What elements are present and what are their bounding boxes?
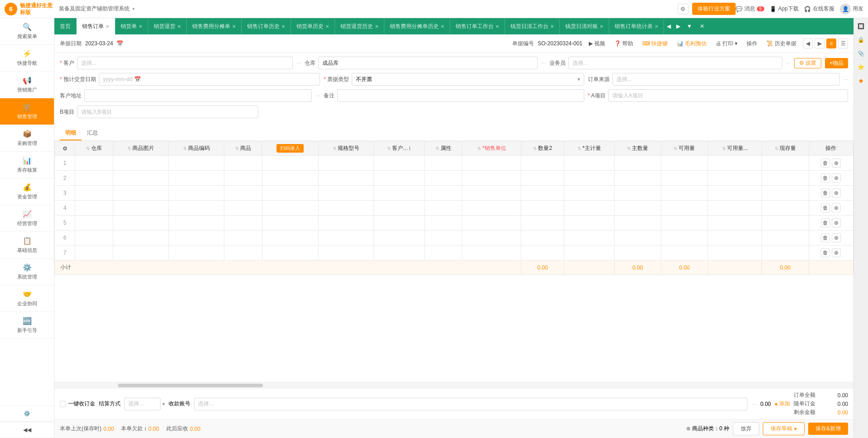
rs-icon-1[interactable]: 🔲 [855,20,868,33]
tab-sales-history-close[interactable]: ✕ [281,24,285,29]
message-item[interactable]: 💬 消息 9 [736,5,764,13]
calendar-icon[interactable]: 📅 [116,37,501,50]
help-btn[interactable]: ❓ 帮助 [611,39,636,48]
sidebar-item-sales[interactable]: 🛒 销售管理 [0,98,54,125]
a-project-input[interactable]: 请输入A项目 [608,89,848,102]
grid-normal-btn[interactable]: ☰ [838,39,848,48]
sidebar-item-finance[interactable]: 💰 资金管理 [0,178,54,205]
salesperson-input[interactable]: 选择... [568,57,782,69]
tab-home[interactable]: 首页 [54,18,77,34]
sidebar-item-operations[interactable]: 📈 经营管理 [0,205,54,232]
operation-btn[interactable]: 操作 [744,39,760,48]
row-copy-btn[interactable]: ⊕ [832,173,841,183]
row-delete-btn[interactable]: 🗑 [821,218,830,227]
view-btn[interactable]: ▶ 视频 [586,39,608,48]
solution-button[interactable]: 体验行业方案 [692,3,736,15]
th-spec[interactable]: ⇅规格型号 [318,141,374,156]
th-image[interactable]: ⇅商品图片 [113,141,169,156]
add-product-btn[interactable]: +物品 [825,58,848,68]
sidebar-settings-btn[interactable]: ⚙️ [0,405,54,422]
sidebar-item-purchase[interactable]: 📦 采购管理 [0,125,54,152]
history-btn[interactable]: 📜 历史单据 [764,39,799,48]
th-attribute[interactable]: ⇅属性 [424,141,462,156]
delivery-input[interactable]: yyyy-mm-dd 📅 [99,73,320,86]
save-draft-button[interactable]: 保存草稿 ▾ [763,422,805,435]
tab-sales-history[interactable]: 销售订单历史 ✕ [242,18,291,34]
sidebar-item-marketing[interactable]: 📢 营销推广 [0,72,54,98]
account-more-btn[interactable]: ··· [752,401,756,407]
tab-expense-hist-close[interactable]: ✕ [441,24,444,29]
tab-sales-return-hist[interactable]: 销货单历史 ✕ [291,18,335,34]
row-delete-btn[interactable]: 🗑 [821,233,830,242]
th-customer-code[interactable]: ⇅客户...ℹ [374,141,424,156]
settings-btn[interactable]: ⚙ 设置 [794,58,821,68]
th-available[interactable]: ⇅可用量 [661,141,708,156]
shortcut-btn[interactable]: ⌨ 快捷键 [640,39,670,48]
scan-btn[interactable]: 扫码录入 [276,144,304,153]
date-value[interactable]: 2023-03-24 [85,40,113,47]
tab-return-goods[interactable]: 销货退货 ✕ [148,18,187,34]
tab-close-all-btn[interactable]: ✕ [696,20,708,33]
grid-compact-btn[interactable]: ≡ [826,39,836,48]
row-delete-btn[interactable]: 🗑 [821,173,830,183]
sidebar-item-basic[interactable]: 📋 基础信息 [0,232,54,259]
tab-sales-order-close[interactable]: ✕ [106,24,109,29]
warehouse-more-btn[interactable]: ··· [541,60,546,66]
sidebar-collapse-btn[interactable]: ◀◀ [0,422,54,438]
row-delete-btn[interactable]: 🗑 [821,188,830,197]
th-code[interactable]: ⇅商品编码 [169,141,224,156]
th-qty2[interactable]: ⇅数量2 [521,141,564,156]
order-source-input[interactable]: 选择... [612,73,840,86]
sidebar-item-quicknav[interactable]: ⚡ 快捷导航 [0,45,54,72]
tab-sales-return-hist-close[interactable]: ✕ [325,24,329,29]
th-product[interactable]: ⇅商品 [224,141,262,156]
tab-cash-daily[interactable]: 钱货日清工作台 ✕ [505,18,560,34]
tab-expense-hist[interactable]: 销售费用分摊单历史 ✕ [384,18,450,34]
row-copy-btn[interactable]: ⊕ [832,218,841,227]
th-main-unit[interactable]: ⇅*主计量 [564,141,615,156]
tab-sales-expense[interactable]: 销售费用分摊单 ✕ [187,18,242,34]
row-copy-btn[interactable]: ⊕ [832,203,841,212]
tab-menu-btn[interactable]: ▼ [683,20,696,33]
th-stock[interactable]: ⇅现存量 [762,141,809,156]
sidebar-item-collab[interactable]: 🤝 企业协同 [0,285,54,312]
sidebar-item-system[interactable]: ⚙️ 系统管理 [0,259,54,285]
th-warehouse[interactable]: ⇅仓库 [75,141,113,156]
address-more-btn[interactable]: ··· [315,92,320,99]
rs-icon-4[interactable]: ⭐ [855,61,868,73]
sidebar-item-inventory[interactable]: 📊 库存核算 [0,152,54,178]
invoice-select[interactable]: 不开票 ▾ [352,73,584,86]
scroll-thumb[interactable] [118,384,263,387]
note-input[interactable] [337,89,584,102]
order-source-more-btn[interactable]: ··· [844,76,848,82]
rs-icon-3[interactable]: 📎 [855,47,868,60]
rs-icon-5[interactable]: ◆ [855,74,868,87]
subtab-detail[interactable]: 明细 [60,127,82,140]
online-service-item[interactable]: 🎧 在线客服 [804,5,834,13]
b-project-input[interactable]: 请输入B项目 [77,106,258,118]
tab-sales-return[interactable]: 销货单 ✕ [115,18,148,34]
tab-next-btn[interactable]: ▶ [674,23,683,29]
app-download-item[interactable]: 📱 App下载 [770,5,799,13]
tab-prev-btn[interactable]: ◀ [664,23,674,29]
th-available2[interactable]: ⇅可用量... [708,141,762,156]
tab-return-hist-close[interactable]: ✕ [375,24,378,29]
account-select[interactable]: 选择... [194,398,747,410]
tab-return-hist[interactable]: 销货退货历史 ✕ [335,18,384,34]
tab-sales-expense-close[interactable]: ✕ [232,24,236,29]
grid-next-btn[interactable]: ▶ [815,39,824,48]
th-main-qty[interactable]: ⇅主数量 [614,141,661,156]
row-delete-btn[interactable]: 🗑 [821,248,830,257]
sidebar-item-search[interactable]: 🔍 搜索菜单 [0,18,54,45]
system-dropdown-arrow[interactable]: ▾ [132,6,135,11]
gear-icon[interactable]: ⚙ [678,4,689,14]
row-delete-btn[interactable]: 🗑 [821,159,830,168]
user-item[interactable]: 👤 用友 [840,4,863,14]
discard-button[interactable]: 放弃 [733,422,759,435]
sidebar-item-guide[interactable]: 🆕 新手引导 [0,312,54,339]
quickpay-checkbox[interactable] [60,401,66,407]
row-copy-btn[interactable]: ⊕ [832,188,841,197]
tab-cash-daily-close[interactable]: ✕ [550,24,554,29]
add-btn[interactable]: ● 添加 [775,400,790,408]
tab-sales-order[interactable]: 销售订单 ✕ [77,18,115,34]
